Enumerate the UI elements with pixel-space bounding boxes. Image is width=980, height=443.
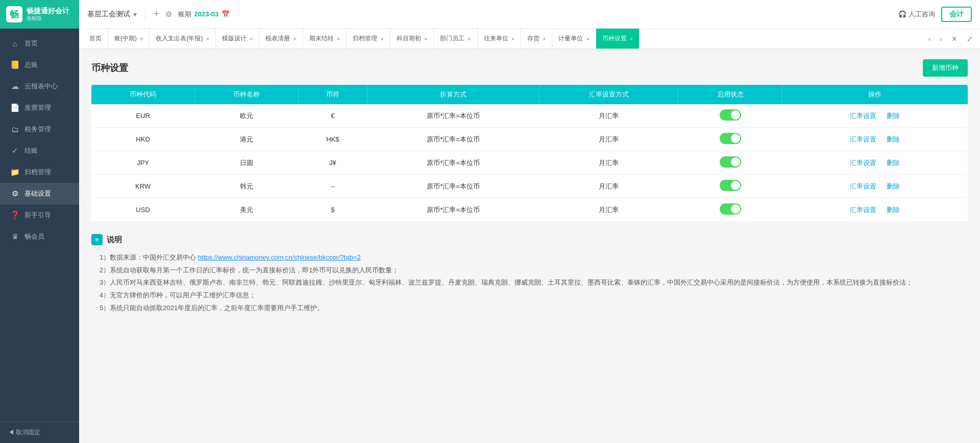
tab-计量单位[interactable]: 计量单位× (552, 29, 596, 49)
nav-icon-5: ✓ (10, 146, 19, 155)
sidebar-item-结账[interactable]: ✓结账 (0, 140, 79, 161)
notice-item-4: 5）系统只能自动抓取2021年度后的汇率，之前年度汇率需要用户手工维护。 (100, 302, 968, 315)
tab-模版设计[interactable]: 模版设计× (216, 29, 259, 49)
delete-link-1[interactable]: 删除 (887, 135, 900, 143)
tab-label-8: 部门员工 (440, 34, 464, 43)
sidebar-item-首页[interactable]: ⌂首页 (0, 33, 79, 54)
tab-往来单位[interactable]: 往来单位× (478, 29, 521, 49)
notice-section: ≡ 说明 1）数据来源：中国外汇交易中心 https://www.chinamo… (91, 234, 968, 314)
tab-label-9: 往来单位 (484, 34, 508, 43)
delete-link-3[interactable]: 删除 (887, 182, 900, 190)
new-currency-button[interactable]: 新增币种 (923, 59, 968, 77)
table-body: EUR 欧元 € 原币*汇率=本位币 月汇率 汇率设置 删除 HKD 港元 HK… (91, 104, 968, 222)
table-row: KRW 韩元 -- 原币*汇率=本位币 月汇率 汇率设置 删除 (91, 175, 968, 198)
tab-close-9[interactable]: × (511, 36, 514, 42)
col-code: 币种代码 (91, 85, 194, 104)
col-name: 币种名称 (194, 85, 298, 104)
table-row: USD 美元 $ 原币*汇率=本位币 月汇率 汇率设置 删除 (91, 198, 968, 222)
calendar-icon[interactable]: 📅 (222, 10, 230, 18)
cell-actions-2: 汇率设置 删除 (782, 151, 968, 175)
toggle-enabled-4[interactable] (720, 203, 741, 215)
cell-actions-0: 汇率设置 删除 (782, 104, 968, 128)
cell-code-0: EUR (91, 104, 194, 128)
notice-item-0: 1）数据来源：中国外汇交易中心 https://www.chinamoney.c… (100, 251, 968, 264)
notice-link[interactable]: https://www.chinamoney.com.cn/chinese/bk… (198, 253, 361, 261)
tab-close-2[interactable]: × (206, 36, 209, 42)
tabbar: 首页账(中期)×收入支出表(年报)×模版设计×税表清册×期末结转×归档管理×科目… (79, 29, 980, 49)
sidebar-item-畅会员[interactable]: ♛畅会员 (0, 226, 79, 247)
cell-symbol-3: -- (299, 175, 368, 198)
nav-label-2: 云报表中心 (24, 82, 58, 91)
delete-link-0[interactable]: 删除 (887, 112, 900, 120)
rate-setting-link-4[interactable]: 汇率设置 (850, 206, 876, 214)
nav-icon-2: ☁ (10, 82, 19, 91)
cell-code-4: USD (91, 198, 194, 222)
tab-收入支出表(年报)[interactable]: 收入支出表(年报)× (150, 29, 215, 49)
tab-close-all-icon[interactable]: ✕ (948, 34, 961, 44)
nav-icon-6: 📁 (10, 168, 19, 177)
sidebar-nav: ⌂首页📒总账☁云报表中心📄发票管理🗂税务管理✓结账📁归档管理⚙基础设置❓新手引导… (0, 29, 79, 422)
tab-next-icon[interactable]: › (937, 34, 945, 44)
toggle-knob-0 (731, 110, 740, 120)
company-selector[interactable]: 基层工会测试 ▾ (87, 10, 137, 19)
sidebar-item-发票管理[interactable]: 📄发票管理 (0, 97, 79, 119)
consulting-label: 人工咨询 (909, 10, 935, 19)
tab-label-4: 税表清册 (265, 34, 290, 43)
tab-期末结转[interactable]: 期末结转× (303, 29, 347, 49)
tab-账(中期)[interactable]: 账(中期)× (108, 29, 150, 49)
delete-link-2[interactable]: 删除 (887, 159, 900, 167)
tab-归档管理[interactable]: 归档管理× (347, 29, 390, 49)
cell-code-1: HKD (91, 128, 194, 151)
cell-calc-2: 原币*汇率=本位币 (367, 151, 539, 175)
tab-close-12[interactable]: × (630, 36, 633, 42)
tab-close-8[interactable]: × (468, 36, 471, 42)
tab-首页[interactable]: 首页 (83, 29, 108, 49)
rate-setting-link-1[interactable]: 汇率设置 (850, 135, 876, 143)
tab-close-1[interactable]: × (140, 36, 143, 42)
tab-close-11[interactable]: × (586, 36, 589, 42)
toggle-enabled-3[interactable] (720, 180, 741, 191)
tab-close-6[interactable]: × (380, 36, 383, 42)
sidebar-item-总账[interactable]: 📒总账 (0, 54, 79, 76)
tab-存货[interactable]: 存货× (521, 29, 552, 49)
tab-币种设置[interactable]: 币种设置× (596, 29, 640, 49)
sidebar-item-基础设置[interactable]: ⚙基础设置 (0, 183, 79, 204)
tab-expand-icon[interactable]: ⤢ (964, 34, 976, 44)
tab-税表清册[interactable]: 税表清册× (259, 29, 303, 49)
toggle-enabled-1[interactable] (720, 133, 741, 144)
sidebar-item-新手引导[interactable]: ❓新手引导 (0, 204, 79, 226)
add-icon[interactable]: + (154, 9, 159, 19)
sidebar-footer[interactable]: ◀ 取消固定 (0, 422, 79, 443)
tab-部门员工[interactable]: 部门员工× (434, 29, 477, 49)
tab-close-3[interactable]: × (250, 36, 253, 42)
rate-setting-link-2[interactable]: 汇率设置 (850, 159, 876, 167)
rate-setting-link-3[interactable]: 汇率设置 (850, 182, 876, 190)
tab-close-10[interactable]: × (543, 36, 546, 42)
content-area: 币种设置 新增币种 币种代码 币种名称 币符 折算方式 汇率设置方式 启用状态 … (79, 49, 980, 443)
toggle-enabled-2[interactable] (720, 156, 741, 168)
period-value: 2023-03 (194, 10, 219, 18)
sidebar-item-云报表中心[interactable]: ☁云报表中心 (0, 76, 79, 97)
notice-item-1: 2）系统自动获取每月第一个工作日的汇率标价，统一为直接标价法，即1外币可以兑换的… (100, 264, 968, 277)
cell-status-0 (678, 104, 782, 128)
consulting-button[interactable]: 🎧 人工咨询 (898, 10, 935, 19)
cell-actions-3: 汇率设置 删除 (782, 175, 968, 198)
rate-setting-link-0[interactable]: 汇率设置 (850, 112, 876, 120)
tab-close-4[interactable]: × (293, 36, 296, 42)
sidebar-item-税务管理[interactable]: 🗂税务管理 (0, 119, 79, 140)
nav-label-7: 基础设置 (24, 189, 51, 198)
tab-科目期初[interactable]: 科目期初× (390, 29, 434, 49)
delete-link-4[interactable]: 删除 (887, 206, 900, 214)
account-button[interactable]: 会计 (941, 7, 972, 22)
sidebar-item-归档管理[interactable]: 📁归档管理 (0, 161, 79, 183)
app-edition: 旗舰版 (27, 15, 69, 22)
cell-name-2: 日圆 (194, 151, 298, 175)
toggle-enabled-0[interactable] (720, 109, 741, 121)
table-row: EUR 欧元 € 原币*汇率=本位币 月汇率 汇率设置 删除 (91, 104, 968, 128)
tab-close-5[interactable]: × (337, 36, 340, 42)
tab-close-7[interactable]: × (424, 36, 427, 42)
settings-icon[interactable]: ⚙ (165, 10, 172, 19)
cell-calc-4: 原币*汇率=本位币 (367, 198, 539, 222)
tab-prev-icon[interactable]: ‹ (925, 34, 934, 44)
nav-icon-7: ⚙ (10, 189, 19, 198)
